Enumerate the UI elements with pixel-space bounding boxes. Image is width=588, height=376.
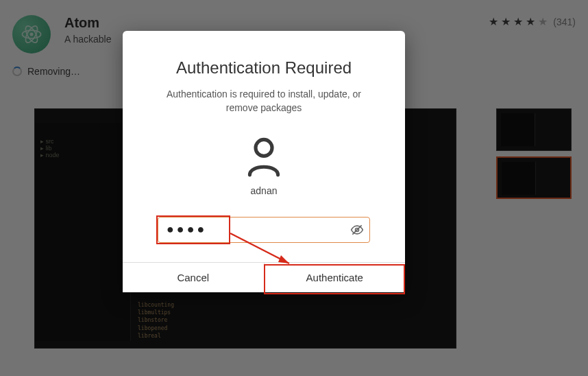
- dialog-actions: Cancel Authenticate: [123, 262, 405, 292]
- toggle-visibility-icon[interactable]: [350, 222, 365, 237]
- password-field-wrap: [158, 217, 370, 243]
- dialog-subtitle: Authentication is required to install, u…: [142, 87, 386, 115]
- auth-dialog: Authentication Required Authentication i…: [123, 31, 405, 292]
- username-label: adnan: [142, 185, 386, 196]
- svg-point-4: [256, 139, 272, 156]
- password-input[interactable]: [158, 217, 370, 243]
- authenticate-button[interactable]: Authenticate: [264, 263, 406, 292]
- user-icon: [142, 137, 386, 178]
- cancel-button[interactable]: Cancel: [123, 263, 264, 292]
- dialog-title: Authentication Required: [142, 58, 386, 78]
